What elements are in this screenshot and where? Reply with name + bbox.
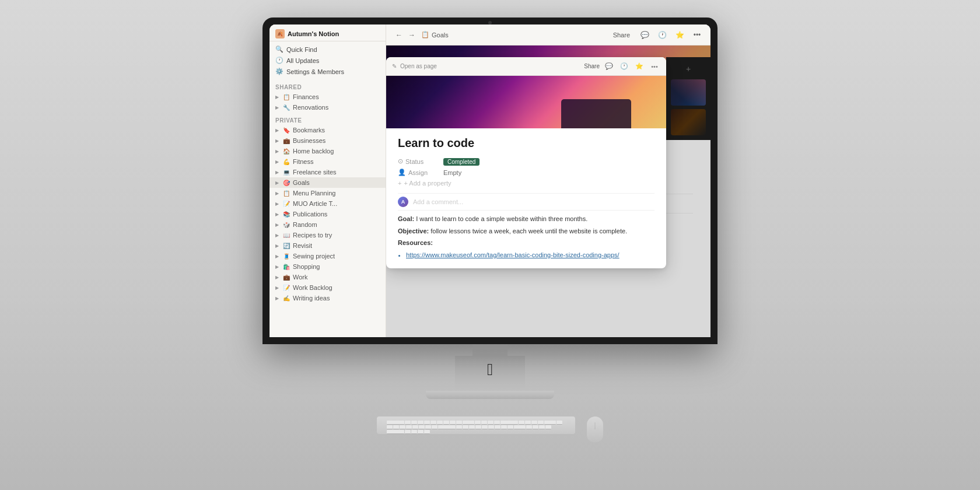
sidebar-item-fitness[interactable]: ▶ 💪 Fitness [270,156,386,167]
sidebar-item-businesses[interactable]: ▶ 💼 Businesses [270,135,386,146]
key [430,421,436,425]
sidebar-section-shared: SHARED [270,79,386,92]
popup-status-value[interactable]: Completed [443,158,480,165]
add-panel-button[interactable]: + [684,62,693,76]
arrow-icon: ▶ [275,159,280,164]
key [438,425,456,429]
thumbnail-1[interactable] [671,79,706,106]
arrow-icon: ▶ [275,212,280,217]
back-button[interactable]: ← [393,29,405,41]
right-panel: + [666,57,710,140]
key [418,430,424,434]
popup-keyboard-image [561,99,631,128]
sidebar-item-finances[interactable]: ▶ 📋 Finances [270,92,386,102]
popup-goal-text: I want to learn to code a simple website… [416,215,587,222]
sidebar-item-all-updates[interactable]: 🕐 All Updates [270,55,386,66]
key [411,421,417,425]
popup-user-avatar: A [398,197,408,207]
key [411,430,417,434]
workspace-title[interactable]: 🍂 Autumn's Notion [275,29,339,38]
sidebar-section-private: PRIVATE [270,113,386,125]
arrow-icon: ▶ [275,296,280,301]
key [494,421,500,425]
popup-history-button[interactable]: 🕐 [618,61,630,72]
sidebar-item-publications[interactable]: ▶ 📚 Publications [270,209,386,219]
favorite-button[interactable]: ⭐ [673,29,686,41]
key [519,421,524,425]
sidebar-item-settings[interactable]: ⚙️ Settings & Members [270,66,386,77]
sidebar-item-sewing[interactable]: ▶ 🧵 Sewing project [270,251,386,261]
popup-cover [386,76,666,128]
key [450,421,456,425]
popup-goal-paragraph: Goal: I want to learn to code a simple w… [398,214,654,225]
apple-logo:  [455,360,525,379]
renovations-icon: 🔧 [282,103,290,111]
keyboard[interactable] [377,416,575,434]
main-content: ← → 📋 Goals Share 💬 [386,24,710,337]
popup-comment-input[interactable]: Add a comment... [413,198,463,205]
key [437,421,443,425]
popup-goal-prefix: Goal: [398,215,414,222]
freelance-icon: 💻 [282,168,290,176]
sidebar-item-random[interactable]: ▶ 🎲 Random [270,219,386,230]
popup-more-button[interactable]: ••• [649,61,660,72]
sidebar-item-freelance[interactable]: ▶ 💻 Freelance sites [270,167,386,177]
popup-property-assign: 👤 Assign Empty [398,167,654,178]
arrow-icon: ▶ [275,105,280,110]
popup-topbar-right: Share 💬 🕐 ⭐ ••• [584,61,660,72]
imac-monitor: 🍂 Autumn's Notion 🔍 Quick Find 🕐 [262,18,718,344]
sidebar-item-quick-find[interactable]: 🔍 Quick Find [270,44,386,55]
arrow-icon: ▶ [275,264,280,270]
mouse[interactable] [587,416,603,442]
popup-resource-link[interactable]: https://www.makeuseof.com/tag/learn-basi… [406,251,620,258]
sidebar-item-shopping[interactable]: ▶ 🛍️ Shopping [270,261,386,272]
sidebar-item-work[interactable]: ▶ 💼 Work [270,272,386,282]
sidebar-item-goals[interactable]: ▶ 🎯 Goals [270,177,386,188]
popup-comment-button[interactable]: 💬 [603,61,615,72]
popup-open-as-page[interactable]: Open as page [400,63,437,69]
stand-base-upper:  [455,356,525,391]
desktop: 🍂 Autumn's Notion 🔍 Quick Find 🕐 [0,0,980,490]
popup-assign-icon: 👤 [398,169,406,176]
thumbnail-2[interactable] [671,109,706,135]
keyboard-keys [387,421,565,430]
stand-connector [473,344,508,356]
sewing-icon: 🧵 [282,252,290,260]
sidebar: 🍂 Autumn's Notion 🔍 Quick Find 🕐 [270,24,386,337]
more-button[interactable]: ••• [691,29,704,41]
popup-resources-list: https://www.makeuseof.com/tag/learn-basi… [406,250,654,261]
key [425,425,431,429]
popup-add-property-button[interactable]: + + Add a property [398,178,654,188]
popup-share-button[interactable]: Share [584,63,600,69]
history-button[interactable]: 🕐 [656,29,668,41]
popup-assign-value[interactable]: Empty [443,169,461,176]
sidebar-item-bookmarks[interactable]: ▶ 🔖 Bookmarks [270,125,386,135]
arrow-icon: ▶ [275,149,280,154]
sidebar-item-writing[interactable]: ▶ ✍️ Writing ideas [270,293,386,303]
popup-body: Learn to code ⊙ Status [386,128,666,268]
key [539,425,545,429]
sidebar-item-menu-planning[interactable]: ▶ 📋 Menu Planning [270,188,386,198]
sidebar-item-recipes[interactable]: ▶ 📖 Recipes to try [270,230,386,240]
key [501,425,507,429]
search-icon: 🔍 [275,46,284,53]
key [405,430,411,434]
muo-icon: 📝 [282,200,290,208]
share-button[interactable]: Share [610,30,634,40]
popup-favorite-button[interactable]: ⭐ [634,61,645,72]
workspace-icon: 🍂 [275,29,285,38]
sidebar-item-revisit[interactable]: ▶ 🔄 Revisit [270,240,386,251]
forward-button[interactable]: → [406,29,418,41]
sidebar-item-muo[interactable]: ▶ 📝 MUO Article T... [270,198,386,209]
popup: ✎ Open as page Share 💬 🕐 ⭐ [386,57,666,268]
imac: 🍂 Autumn's Notion 🔍 Quick Find 🕐 [262,18,718,473]
arrow-icon: ▶ [275,243,280,249]
comment-button[interactable]: 💬 [638,29,651,41]
popup-topbar: ✎ Open as page Share 💬 🕐 ⭐ [386,57,666,76]
sidebar-item-work-backlog[interactable]: ▶ 📝 Work Backlog [270,282,386,293]
sidebar-item-renovations[interactable]: ▶ 🔧 Renovations [270,102,386,113]
breadcrumb-icon: 📋 [421,31,429,38]
sidebar-item-home-backlog[interactable]: ▶ 🏠 Home backlog [270,146,386,156]
key [387,421,404,425]
arrow-icon: ▶ [275,201,280,206]
